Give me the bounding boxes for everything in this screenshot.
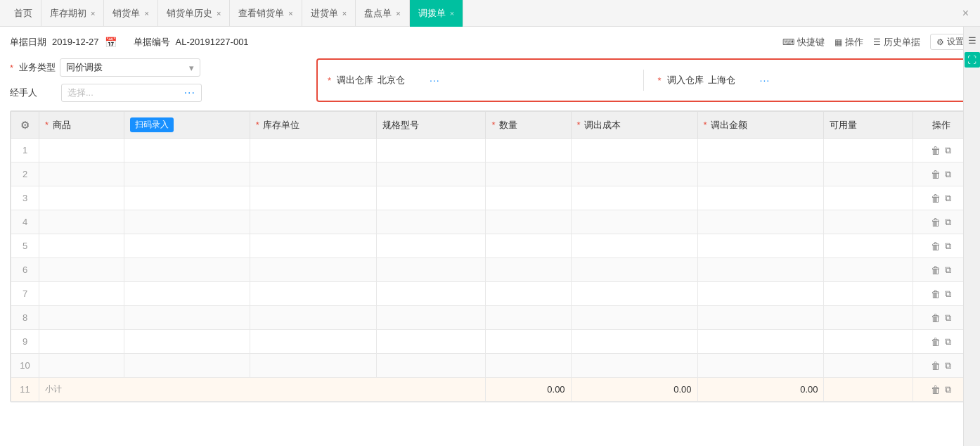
sidebar-expand-icon[interactable]: ⛶ [965,52,980,68]
operation-button[interactable]: ▦ 操作 [834,36,863,49]
row-product[interactable] [39,330,124,354]
row-cost[interactable] [571,234,697,258]
row-amount[interactable] [697,306,824,330]
row-cost[interactable] [571,210,697,234]
tab-inventory-init[interactable]: 库存期初 × [41,0,104,27]
row-amount[interactable] [697,330,824,354]
row-quantity[interactable] [486,139,571,163]
transfer-in-more-icon[interactable]: ··· [760,75,771,86]
row-product[interactable] [39,234,124,258]
row-product[interactable] [39,163,124,186]
handler-select[interactable]: 选择... ··· [61,84,202,102]
row-amount[interactable] [697,282,824,306]
row-amount[interactable] [697,186,824,210]
row-spec [376,139,486,163]
delete-icon[interactable]: 🗑 [931,169,941,180]
copy-icon[interactable]: ⧉ [945,169,951,180]
window-close-button[interactable]: × [957,7,974,20]
row-quantity[interactable] [486,163,571,186]
tab-inventory-count[interactable]: 盘点单 × [356,0,409,27]
tab-purchase-order[interactable]: 进货单 × [302,0,356,27]
row-product[interactable] [39,354,124,378]
tab-view-sales-close[interactable]: × [288,9,292,18]
copy-icon[interactable]: ⧉ [945,360,951,371]
row-product[interactable] [39,282,124,306]
row-quantity[interactable] [486,234,571,258]
delete-icon[interactable]: 🗑 [931,384,941,395]
row-quantity[interactable] [486,210,571,234]
calendar-icon[interactable]: 📅 [105,37,117,48]
row-cost[interactable] [571,354,697,378]
delete-icon[interactable]: 🗑 [931,145,941,156]
tab-inventory-count-close[interactable]: × [396,9,400,18]
document-date-label: 单据日期 [10,36,46,49]
row-quantity[interactable] [486,282,571,306]
row-quantity[interactable] [486,186,571,210]
sidebar-list-icon[interactable]: ☰ [965,32,980,48]
row-cost[interactable] [571,258,697,282]
shortcut-button[interactable]: ⌨ 快捷键 [782,36,825,49]
copy-icon[interactable]: ⧉ [945,241,951,252]
copy-icon[interactable]: ⧉ [945,193,951,204]
tab-purchase-order-close[interactable]: × [342,9,347,18]
tab-sales-order[interactable]: 销货单 × [104,0,157,27]
row-amount[interactable] [697,354,824,378]
delete-icon[interactable]: 🗑 [931,336,941,348]
handler-more-icon[interactable]: ··· [184,87,195,99]
tab-view-sales[interactable]: 查看销货单 × [230,0,302,27]
shortcut-icon: ⌨ [782,37,794,47]
tab-home[interactable]: 首页 [6,0,41,27]
row-product[interactable] [39,306,124,330]
tab-sales-history-close[interactable]: × [217,9,221,18]
row-product[interactable] [39,186,124,210]
row-actions: 🗑 ⧉ [913,306,969,330]
transfer-out-more-icon[interactable]: ··· [430,75,440,86]
copy-icon[interactable]: ⧉ [945,288,951,300]
delete-icon[interactable]: 🗑 [931,217,941,228]
copy-icon[interactable]: ⧉ [945,336,951,348]
row-amount[interactable] [697,234,824,258]
row-product[interactable] [39,210,124,234]
row-cost[interactable] [571,163,697,186]
row-quantity[interactable] [486,330,571,354]
tab-transfer-order-close[interactable]: × [450,9,454,18]
copy-icon[interactable]: ⧉ [945,312,951,324]
col-spec: 规格型号 [376,112,486,139]
row-cost[interactable] [571,139,697,163]
scan-button[interactable]: 扫码录入 [130,117,174,132]
row-product[interactable] [39,258,124,282]
business-type-select[interactable]: 同价调拨 ▾ [60,58,200,77]
copy-icon[interactable]: ⧉ [945,265,951,276]
row-amount[interactable] [697,210,824,234]
gear-icon[interactable]: ⚙ [20,119,30,131]
row-amount[interactable] [697,258,824,282]
row-quantity[interactable] [486,306,571,330]
copy-icon[interactable]: ⧉ [945,384,951,395]
chevron-down-icon: ▾ [189,63,194,73]
tab-transfer-order[interactable]: 调拨单 × [410,0,463,27]
tab-inventory-init-close[interactable]: × [91,9,95,18]
history-button[interactable]: ☰ 历史单据 [873,36,920,49]
row-actions: 🗑 ⧉ [913,258,969,282]
delete-icon[interactable]: 🗑 [931,360,941,371]
row-amount[interactable] [697,139,824,163]
tab-sales-history[interactable]: 销货单历史 × [158,0,230,27]
row-amount[interactable] [697,163,824,186]
row-cost[interactable] [571,330,697,354]
delete-icon[interactable]: 🗑 [931,288,941,300]
copy-icon[interactable]: ⧉ [945,145,951,156]
row-cost[interactable] [571,306,697,330]
row-cost[interactable] [571,282,697,306]
table-row: 9 🗑 ⧉ [11,330,969,354]
row-quantity[interactable] [486,258,571,282]
row-quantity[interactable] [486,354,571,378]
delete-icon[interactable]: 🗑 [931,312,941,324]
delete-icon[interactable]: 🗑 [931,193,941,204]
row-cost[interactable] [571,186,697,210]
delete-icon[interactable]: 🗑 [931,265,941,276]
tab-home-label: 首页 [14,7,32,20]
tab-sales-order-close[interactable]: × [144,9,148,18]
delete-icon[interactable]: 🗑 [931,241,941,252]
row-product[interactable] [39,139,124,163]
copy-icon[interactable]: ⧉ [945,217,951,228]
